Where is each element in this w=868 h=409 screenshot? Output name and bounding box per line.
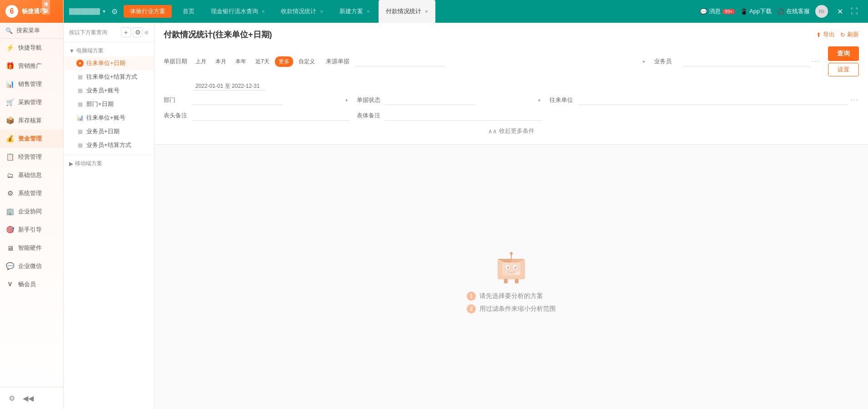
sidebar-label: 系统管理 [18,189,42,197]
partner-label: 往来单位 [549,96,575,104]
scheme-staff-account[interactable]: ▦ 业务员+账号 [64,84,154,97]
sidebar-label: 营销推广 [18,62,42,70]
date-this-month[interactable]: 本月 [212,56,230,67]
staff-more-icon[interactable]: ··· [812,57,821,66]
empty-hints: 1 请先选择要分析的方案 2 用过滤条件来缩小分析范围 [467,292,556,313]
scheme-staff-settle[interactable]: ▦ 业务员+结算方式 [64,138,154,152]
tab-payment-label: 付款情况统计 [386,7,421,15]
tab-bank-flow-close[interactable]: × [262,9,264,14]
right-panel: 付款情况统计(往来单位+日期) ⬆ 导出 ↻ 刷新 [155,23,868,409]
desktop-group-arrow: ▼ [69,48,75,54]
footer-settings-icon[interactable]: ⚙ [5,392,18,404]
partner-input[interactable] [578,95,848,105]
dropdown-icon[interactable]: ▾ [103,8,105,15]
tab-collection-stats[interactable]: 收款情况统计 × [274,0,330,23]
panel-collapse-btn[interactable]: « [145,28,149,36]
sidebar-item-wechat[interactable]: 💬 企业微信 [0,257,63,275]
filter-row-3: 表头备注 表体备注 [164,111,859,121]
scheme-settings-btn[interactable]: ⚙ [133,27,143,37]
mobile-group-title[interactable]: ▶ 移动端方案 [64,158,154,169]
dept-select[interactable] [192,95,283,105]
tab-home[interactable]: 首页 [175,0,202,23]
settings-btn[interactable]: 设置 [828,63,859,76]
sidebar-item-system[interactable]: ⚙ 系统管理 [0,184,63,202]
tab-new-scheme-close[interactable]: × [367,9,369,14]
scheme-partner-settle[interactable]: ▦ 往来单位+结算方式 [64,70,154,84]
source-doc-chevron: ▾ [643,59,645,64]
tab-payment-stats[interactable]: 付款情况统计 × [379,0,435,23]
industry-btn[interactable]: 体验行业方案 [124,5,172,18]
window-controls: ✕ ⛶ [833,5,861,18]
sidebar-item-enterprise[interactable]: 🏢 企业协同 [0,202,63,221]
enterprise-icon: 🏢 [5,207,15,216]
add-scheme-btn[interactable]: + [121,27,131,37]
date-more-btn[interactable]: 更多 [275,56,293,67]
footer-collapse-icon[interactable]: ◀◀ [22,392,35,404]
partner-more-icon[interactable]: ··· [850,96,859,104]
sidebar-item-guide[interactable]: 🎯 新手引导 [0,221,63,239]
scheme-partner-date[interactable]: ● 往来单位+日期 [64,56,154,70]
sidebar-item-inventory[interactable]: 📦 库存核算 [0,111,63,130]
staff-label: 业务员 [654,57,679,66]
collapse-up-icon: ∧∧ [488,128,497,135]
scheme-icon: ▦ [76,141,84,149]
scheme-label: 业务员+账号 [86,86,120,95]
scheme-staff-date[interactable]: ▦ 业务员+日期 [64,125,154,138]
empty-illustration [484,241,539,286]
close-window-btn[interactable]: ✕ [833,5,846,18]
left-panel: 按以下方案查询 + ⚙ « ▼ 电脑端方案 ● 往来单位+日期 [64,23,155,409]
date-custom[interactable]: 自定义 [295,56,319,67]
collapse-more-btn[interactable]: ∧∧ 收起更多条件 [485,124,537,138]
date-range-input[interactable]: 2022-01-01 至 2022-12-31 [193,82,265,91]
scheme-label: 部门+日期 [86,100,114,108]
sidebar-label: 智能硬件 [18,244,42,252]
sidebar-item-vip[interactable]: V 畅会员 [0,275,63,293]
note-header-input[interactable] [192,111,349,121]
scheme-label: 业务员+日期 [86,127,120,136]
sidebar-item-quick-nav[interactable]: ⚡ 快捷导航 [0,39,63,57]
app-download-btn[interactable]: 📱 App下载 [740,7,772,15]
sidebar-header: 6 畅捷通巧 标准版 [0,0,63,23]
desktop-scheme-group: ▼ 电脑端方案 ● 往来单位+日期 ▦ 往来单位+结算方式 ▦ 业务员+账号 ▦ [64,42,154,155]
online-support-btn[interactable]: 🎧 在线客服 [777,7,810,15]
note-body-input[interactable] [385,111,543,121]
sidebar-item-operations[interactable]: 📋 经营管理 [0,148,63,166]
source-doc-select[interactable] [354,56,445,66]
export-btn[interactable]: ⬆ 导出 [816,30,835,39]
export-icon: ⬆ [816,31,821,38]
sidebar-item-basic-info[interactable]: 🗂 基础信息 [0,166,63,184]
sidebar-label: 基础信息 [18,171,42,179]
logo-icon: 6 [5,5,18,18]
sidebar-item-smart-hw[interactable]: 🖥 智能硬件 [0,239,63,257]
staff-input[interactable] [682,56,809,66]
doc-status-select[interactable] [385,95,476,105]
sidebar-item-purchase[interactable]: 🛒 采购管理 [0,93,63,111]
sidebar-item-sales[interactable]: 📊 销售管理 [0,75,63,93]
filter-row-1: 单据日期 上月 本月 本年 近7天 更多 自定义 来源单据 [164,46,859,76]
query-btn[interactable]: 查询 [828,46,859,61]
date-last-7[interactable]: 近7天 [252,56,273,67]
scheme-dept-date[interactable]: ▦ 部门+日期 [64,97,154,111]
refresh-label: 刷新 [847,30,859,39]
main-area: ████████ ▾ ⚙ 体验行业方案 首页 现金银行流水查询 × 收款情况统计… [64,0,868,409]
page-title: 付款情况统计(往来单位+日期) [164,29,272,40]
date-last-month[interactable]: 上月 [192,56,210,67]
sidebar-item-finance[interactable]: 💰 资金管理 [0,130,63,148]
note-body-label: 表体备注 [357,111,382,120]
refresh-btn[interactable]: ↻ 刷新 [840,30,859,39]
tab-collection-close[interactable]: × [320,9,323,14]
tab-new-scheme[interactable]: 新建方案 × [332,0,377,23]
date-this-year[interactable]: 本年 [232,56,250,67]
desktop-group-title[interactable]: ▼ 电脑端方案 [64,45,154,56]
user-avatar[interactable]: Rit [815,5,828,18]
tab-bank-flow[interactable]: 现金银行流水查询 × [204,0,272,23]
message-btn[interactable]: 💬 消息 99+ [700,7,735,15]
topbar-settings-icon[interactable]: ⚙ [108,5,121,18]
sidebar-item-marketing[interactable]: 🎁 营销推广 [0,57,63,75]
collapse-label: 收起更多条件 [499,127,534,135]
maximize-window-btn[interactable]: ⛶ [848,5,861,18]
scheme-partner-account[interactable]: 📊 往来单位+账号 [64,111,154,125]
operations-icon: 📋 [5,152,15,162]
sidebar-search[interactable]: 🔍 搜索菜单 [0,23,63,39]
tab-payment-close[interactable]: × [425,9,428,14]
